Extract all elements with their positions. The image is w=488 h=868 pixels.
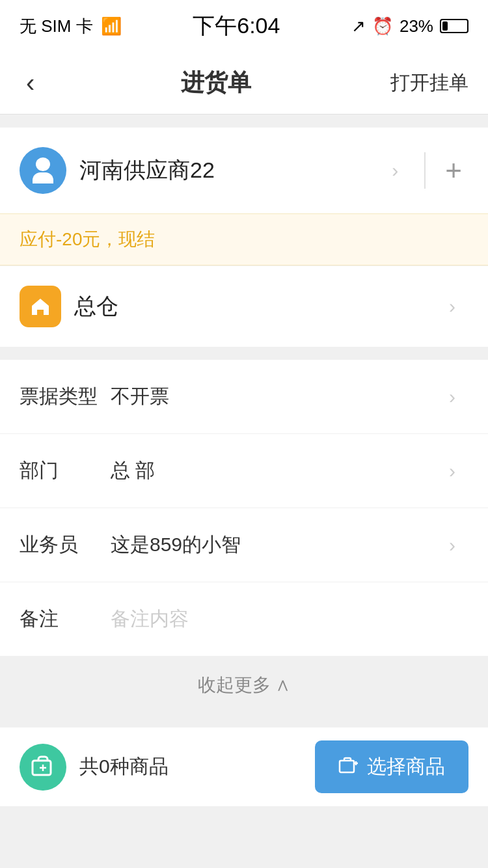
supplier-avatar bbox=[20, 147, 66, 194]
dept-row[interactable]: 部门 总 部 › bbox=[0, 434, 488, 508]
avatar-body bbox=[33, 172, 53, 183]
house-svg bbox=[28, 294, 53, 319]
warehouse-icon bbox=[20, 286, 61, 327]
remark-row[interactable]: 备注 备注内容 bbox=[0, 582, 488, 656]
status-right: ↗ ⏰ 23% bbox=[351, 16, 468, 36]
salesperson-label: 业务员 bbox=[20, 532, 111, 558]
collapse-button[interactable]: 收起更多 ∧ bbox=[0, 656, 488, 714]
dept-label: 部门 bbox=[20, 457, 111, 484]
supplier-divider bbox=[424, 152, 426, 189]
salesperson-chevron-icon: › bbox=[449, 534, 455, 556]
notice-text: 应付-20元，现结 bbox=[20, 229, 155, 249]
section-gap-2 bbox=[0, 347, 488, 360]
page-bg bbox=[0, 806, 488, 868]
dept-value: 总 部 bbox=[111, 457, 449, 484]
remark-label: 备注 bbox=[20, 606, 111, 632]
supplier-chevron-icon: › bbox=[392, 159, 398, 182]
battery-icon bbox=[440, 19, 468, 33]
invoice-type-label: 票据类型 bbox=[20, 383, 111, 410]
svg-rect-3 bbox=[340, 761, 354, 772]
salesperson-value: 这是859的小智 bbox=[111, 532, 449, 558]
warehouse-row[interactable]: 总仓 › bbox=[0, 265, 488, 347]
salesperson-row[interactable]: 业务员 这是859的小智 › bbox=[0, 508, 488, 582]
remark-input[interactable]: 备注内容 bbox=[111, 606, 468, 632]
select-product-label: 选择商品 bbox=[367, 753, 445, 780]
battery-pct: 23% bbox=[400, 16, 433, 36]
open-pending-button[interactable]: 打开挂单 bbox=[390, 70, 468, 96]
battery-fill bbox=[442, 21, 448, 31]
notice-bar: 应付-20元，现结 bbox=[0, 213, 488, 265]
section-gap-1 bbox=[0, 115, 488, 128]
carrier-label: 无 SIM 卡 bbox=[20, 15, 93, 38]
supplier-name: 河南供应商22 bbox=[79, 156, 392, 185]
warehouse-chevron-icon: › bbox=[449, 295, 455, 318]
supplier-row[interactable]: 河南供应商22 › + bbox=[0, 128, 488, 213]
product-icon bbox=[20, 744, 66, 791]
section-gap-3 bbox=[0, 714, 488, 727]
invoice-type-value: 不开票 bbox=[111, 383, 449, 410]
product-count-label: 共0种商品 bbox=[79, 753, 315, 780]
supplier-card: 河南供应商22 › + 应付-20元，现结 总仓 › bbox=[0, 128, 488, 347]
select-product-button[interactable]: 选择商品 bbox=[315, 740, 468, 793]
time-label: 下午6:04 bbox=[193, 11, 280, 41]
nav-bar: ‹ 进货单 打开挂单 bbox=[0, 52, 488, 115]
page-title: 进货单 bbox=[181, 67, 251, 99]
back-button[interactable]: ‹ bbox=[20, 62, 41, 104]
add-supplier-button[interactable]: + bbox=[439, 154, 468, 187]
status-left: 无 SIM 卡 📶 bbox=[20, 15, 122, 38]
warehouse-name: 总仓 bbox=[74, 292, 449, 321]
wifi-icon: 📶 bbox=[101, 16, 122, 36]
alarm-icon: ⏰ bbox=[372, 16, 393, 36]
product-bar: 共0种商品 选择商品 bbox=[0, 727, 488, 806]
invoice-chevron-icon: › bbox=[449, 386, 455, 408]
select-product-icon bbox=[338, 757, 359, 778]
form-card: 票据类型 不开票 › 部门 总 部 › 业务员 这是859的小智 › 备注 备注… bbox=[0, 360, 488, 656]
dept-chevron-icon: › bbox=[449, 460, 455, 482]
avatar-head bbox=[36, 157, 50, 171]
product-cart-svg bbox=[30, 754, 56, 780]
person-icon bbox=[30, 157, 56, 183]
location-icon: ↗ bbox=[351, 16, 366, 36]
status-bar: 无 SIM 卡 📶 下午6:04 ↗ ⏰ 23% bbox=[0, 0, 488, 52]
invoice-type-row[interactable]: 票据类型 不开票 › bbox=[0, 360, 488, 434]
